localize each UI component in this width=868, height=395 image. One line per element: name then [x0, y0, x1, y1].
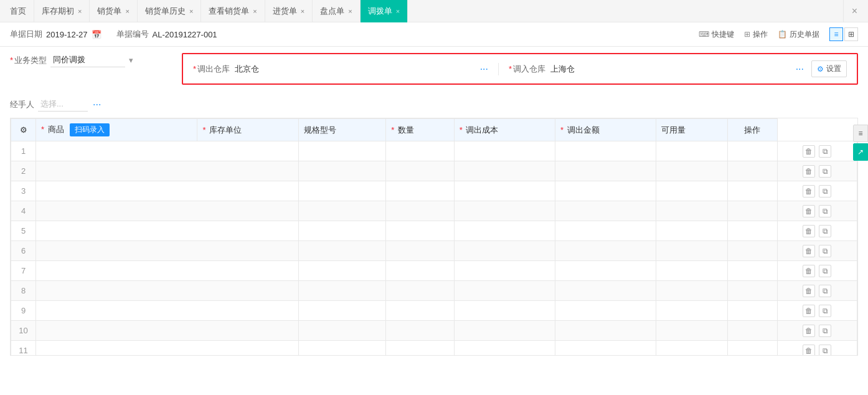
row-qty-4[interactable]: [454, 201, 555, 221]
handler-value[interactable]: 选择...: [38, 97, 88, 112]
row-cost-9[interactable]: [555, 301, 656, 321]
row-product-2[interactable]: [36, 161, 299, 181]
operations-btn[interactable]: ⊞ 操作: [744, 29, 768, 40]
row-cost-5[interactable]: [555, 221, 656, 241]
row-copy-btn-10[interactable]: ⧉: [819, 325, 831, 337]
row-delete-btn-2[interactable]: 🗑: [803, 165, 815, 178]
row-amount-2[interactable]: [656, 161, 727, 181]
row-qty-3[interactable]: [454, 181, 555, 201]
row-spec-1[interactable]: [386, 141, 454, 161]
row-qty-7[interactable]: [454, 261, 555, 281]
row-qty-11[interactable]: [454, 341, 555, 356]
row-spec-2[interactable]: [386, 161, 454, 181]
history-btn[interactable]: 📋 历史单据: [778, 29, 819, 40]
row-copy-btn-1[interactable]: ⧉: [819, 145, 831, 158]
row-amount-11[interactable]: [656, 341, 727, 356]
row-unit-7[interactable]: [298, 261, 386, 281]
row-delete-btn-1[interactable]: 🗑: [803, 145, 815, 158]
row-delete-btn-4[interactable]: 🗑: [803, 205, 815, 217]
row-amount-9[interactable]: [656, 301, 727, 321]
row-product-3[interactable]: [36, 181, 299, 201]
scan-btn[interactable]: 扫码录入: [70, 123, 110, 136]
row-product-1[interactable]: [36, 141, 299, 161]
row-copy-btn-11[interactable]: ⧉: [819, 345, 831, 356]
row-spec-3[interactable]: [386, 181, 454, 201]
layout-list-btn[interactable]: ≡: [829, 27, 843, 41]
row-unit-8[interactable]: [298, 281, 386, 301]
row-unit-11[interactable]: [298, 341, 386, 356]
row-amount-7[interactable]: [656, 261, 727, 281]
row-qty-9[interactable]: [454, 301, 555, 321]
row-qty-5[interactable]: [454, 221, 555, 241]
row-qty-1[interactable]: [454, 141, 555, 161]
tab-sales-hist-close[interactable]: ×: [189, 7, 193, 15]
tab-stocktake[interactable]: 盘点单 ×: [313, 0, 360, 22]
row-product-4[interactable]: [36, 201, 299, 221]
row-qty-2[interactable]: [454, 161, 555, 181]
row-cost-10[interactable]: [555, 321, 656, 341]
row-cost-4[interactable]: [555, 201, 656, 221]
row-spec-9[interactable]: [386, 301, 454, 321]
row-spec-7[interactable]: [386, 261, 454, 281]
shortcuts-btn[interactable]: ⌨ 快捷键: [699, 29, 734, 40]
row-copy-btn-6[interactable]: ⧉: [819, 245, 831, 257]
tab-sales-order[interactable]: 销货单 ×: [90, 0, 137, 22]
row-product-11[interactable]: [36, 341, 299, 356]
sidebar-list-btn[interactable]: ≡: [853, 125, 868, 142]
row-unit-3[interactable]: [298, 181, 386, 201]
row-cost-8[interactable]: [555, 281, 656, 301]
row-copy-btn-9[interactable]: ⧉: [819, 305, 831, 317]
row-amount-6[interactable]: [656, 241, 727, 261]
row-cost-6[interactable]: [555, 241, 656, 261]
row-delete-btn-9[interactable]: 🗑: [803, 305, 815, 317]
layout-grid-btn[interactable]: ⊞: [844, 27, 858, 41]
row-qty-8[interactable]: [454, 281, 555, 301]
row-delete-btn-11[interactable]: 🗑: [803, 345, 815, 356]
row-unit-4[interactable]: [298, 201, 386, 221]
table-scroll-area[interactable]: ⚙ * 商品 扫码录入 * 库存单位: [11, 118, 857, 355]
row-amount-4[interactable]: [656, 201, 727, 221]
tab-sales-history[interactable]: 销货单历史 ×: [138, 0, 201, 22]
row-delete-btn-8[interactable]: 🗑: [803, 285, 815, 297]
row-qty-10[interactable]: [454, 321, 555, 341]
row-product-8[interactable]: [36, 281, 299, 301]
row-copy-btn-8[interactable]: ⧉: [819, 285, 831, 297]
row-spec-10[interactable]: [386, 321, 454, 341]
tab-stocktake-close[interactable]: ×: [348, 7, 352, 15]
business-type-dropdown-icon[interactable]: ▾: [129, 55, 133, 65]
row-amount-1[interactable]: [656, 141, 727, 161]
row-qty-6[interactable]: [454, 241, 555, 261]
row-product-9[interactable]: [36, 301, 299, 321]
row-delete-btn-5[interactable]: 🗑: [803, 225, 815, 237]
row-cost-3[interactable]: [555, 181, 656, 201]
row-cost-11[interactable]: [555, 341, 656, 356]
row-delete-btn-7[interactable]: 🗑: [803, 265, 815, 277]
row-cost-2[interactable]: [555, 161, 656, 181]
row-cost-7[interactable]: [555, 261, 656, 281]
row-amount-3[interactable]: [656, 181, 727, 201]
row-product-10[interactable]: [36, 321, 299, 341]
row-spec-4[interactable]: [386, 201, 454, 221]
row-spec-8[interactable]: [386, 281, 454, 301]
row-copy-btn-5[interactable]: ⧉: [819, 225, 831, 237]
row-amount-8[interactable]: [656, 281, 727, 301]
row-delete-btn-3[interactable]: 🗑: [803, 185, 815, 198]
col-gear[interactable]: ⚙: [11, 119, 36, 141]
row-delete-btn-10[interactable]: 🗑: [803, 325, 815, 337]
row-cost-1[interactable]: [555, 141, 656, 161]
settings-button[interactable]: ⚙ 设置: [811, 60, 847, 77]
tab-inventory-close[interactable]: ×: [78, 7, 82, 15]
row-copy-btn-4[interactable]: ⧉: [819, 205, 831, 217]
tab-transfer[interactable]: 调拨单 ×: [361, 0, 408, 22]
tab-transfer-close[interactable]: ×: [396, 7, 400, 15]
tab-inventory-init[interactable]: 库存期初 ×: [34, 0, 90, 22]
row-copy-btn-2[interactable]: ⧉: [819, 165, 831, 178]
row-copy-btn-3[interactable]: ⧉: [819, 185, 831, 198]
tab-home[interactable]: 首页: [2, 0, 34, 22]
row-spec-6[interactable]: [386, 241, 454, 261]
row-copy-btn-7[interactable]: ⧉: [819, 265, 831, 277]
row-delete-btn-6[interactable]: 🗑: [803, 245, 815, 257]
tab-purchase-close[interactable]: ×: [301, 7, 304, 15]
sidebar-export-btn[interactable]: ↗: [853, 143, 868, 161]
row-unit-5[interactable]: [298, 221, 386, 241]
